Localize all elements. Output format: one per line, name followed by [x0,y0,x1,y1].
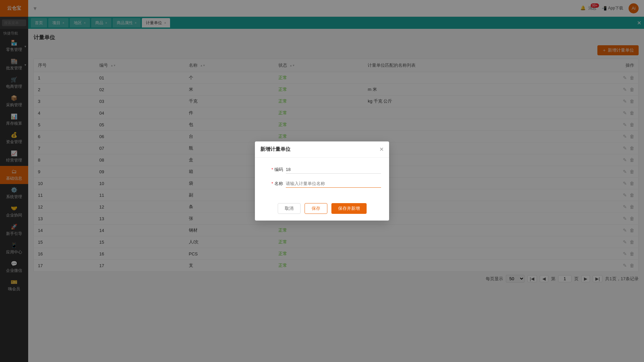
modal-title: 新增计量单位 [260,146,290,153]
form-item-name: 名称 [263,180,381,188]
add-unit-modal: 新增计量单位 ✕ 编码 名称 取消 保存 保存并新增 [255,141,389,221]
modal-header: 新增计量单位 ✕ [255,141,389,158]
code-label: 编码 [263,167,283,173]
modal-close-button[interactable]: ✕ [379,146,384,153]
save-button[interactable]: 保存 [305,203,327,214]
name-input[interactable] [286,180,381,188]
name-label: 名称 [263,181,283,187]
form-item-code: 编码 [263,166,381,174]
modal-body: 编码 名称 [255,158,389,199]
save-new-button[interactable]: 保存并新增 [331,203,367,214]
modal-overlay: 新增计量单位 ✕ 编码 名称 取消 保存 保存并新增 [0,0,644,362]
cancel-button[interactable]: 取消 [278,203,301,214]
modal-footer: 取消 保存 保存并新增 [255,199,389,221]
code-input[interactable] [286,166,381,174]
